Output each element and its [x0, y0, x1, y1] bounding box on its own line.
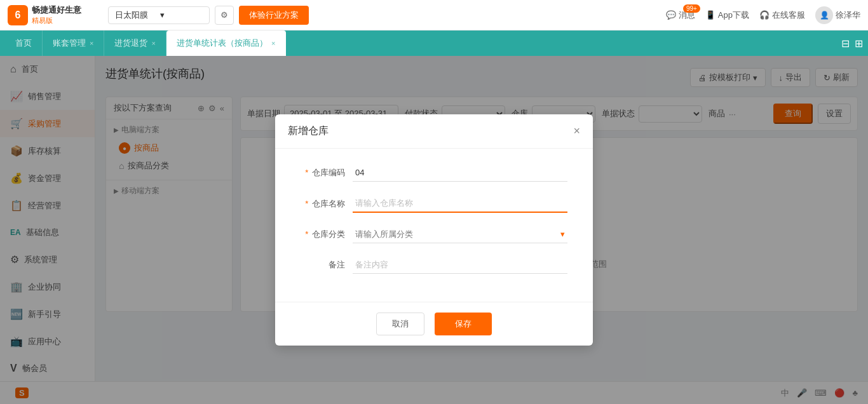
category-chevron-icon[interactable]: ▾: [560, 229, 565, 239]
user-avatar-icon: 👤: [820, 11, 829, 20]
name-label: * 仓库名称: [301, 198, 345, 210]
app-label: App下载: [718, 10, 749, 21]
required-star-name: *: [305, 199, 308, 208]
code-label: * 仓库编码: [301, 167, 345, 178]
cancel-button[interactable]: 取消: [376, 313, 424, 335]
required-star-code: *: [305, 168, 308, 177]
category-form-row: * 仓库分类 ▾: [301, 226, 567, 243]
user-name: 徐泽华: [836, 10, 860, 21]
modal-header: 新增仓库 ×: [275, 114, 593, 149]
top-right-area: 💬 消息 99+ 📱 App下载 🎧 在线客服 👤 徐泽华: [666, 6, 860, 24]
tab-home[interactable]: 首页: [5, 30, 43, 56]
experience-button[interactable]: 体验行业方案: [239, 6, 309, 25]
note-input[interactable]: [353, 256, 567, 274]
modal-body: * 仓库编码 * 仓库名称 * 仓库分类: [275, 149, 593, 302]
code-form-row: * 仓库编码: [301, 164, 567, 182]
add-warehouse-modal: 新增仓库 × * 仓库编码 * 仓库名称: [275, 114, 593, 346]
maximize-tab-icon[interactable]: ⊞: [855, 37, 863, 50]
save-button[interactable]: 保存: [435, 313, 492, 335]
message-badge: 99+: [683, 4, 700, 13]
modal-footer: 取消 保存: [275, 302, 593, 346]
avatar: 👤: [815, 6, 833, 24]
minimize-tab-icon[interactable]: ⊟: [841, 37, 850, 50]
app-icon: 📱: [705, 10, 715, 20]
gear-button[interactable]: ⚙: [215, 6, 234, 25]
required-star-category: *: [305, 229, 308, 239]
logo-text: 畅捷通好生意 精易版: [32, 4, 81, 25]
modal-close-button[interactable]: ×: [573, 125, 580, 138]
category-input[interactable]: [355, 229, 560, 239]
gear-icon: ⚙: [220, 10, 228, 20]
store-name: 日太阳膜: [115, 10, 158, 21]
modal-title: 新增仓库: [288, 125, 329, 138]
service-item[interactable]: 🎧 在线客服: [759, 10, 805, 21]
tab-accounts[interactable]: 账套管理 ×: [43, 30, 104, 56]
message-item[interactable]: 💬 消息 99+: [666, 10, 695, 21]
close-stats-icon[interactable]: ×: [271, 39, 275, 47]
tab-returns-label: 进货退货: [114, 37, 147, 49]
note-form-row: 备注: [301, 256, 567, 274]
message-icon: 💬: [666, 10, 676, 20]
code-input[interactable]: [353, 164, 567, 182]
note-label: 备注: [301, 259, 345, 271]
tab-stats[interactable]: 进货单统计表（按商品） ×: [166, 30, 286, 56]
app-download-item[interactable]: 📱 App下载: [705, 10, 749, 21]
store-chevron-icon: ▾: [160, 10, 203, 20]
tab-home-label: 首页: [15, 37, 32, 49]
logo-icon: 6: [8, 5, 28, 25]
category-select-wrapper: ▾: [353, 226, 567, 243]
main-layout: ⌂ 首页 📈 销售管理 🛒 采购管理 📦 库存核算 💰 资金管理 📋 经营管理 …: [0, 56, 868, 404]
top-bar: 6 畅捷通好生意 精易版 日太阳膜 ▾ ⚙ 体验行业方案 💬 消息 99+ 📱 …: [0, 0, 868, 30]
headset-icon: 🎧: [759, 10, 770, 20]
category-label: * 仓库分类: [301, 229, 345, 240]
tab-stats-label: 进货单统计表（按商品）: [177, 37, 268, 49]
name-form-row: * 仓库名称: [301, 194, 567, 213]
service-label: 在线客服: [772, 10, 805, 21]
close-returns-icon[interactable]: ×: [151, 39, 155, 47]
logo-area: 6 畅捷通好生意 精易版: [8, 4, 103, 25]
tab-accounts-label: 账套管理: [53, 37, 86, 49]
user-item[interactable]: 👤 徐泽华: [815, 6, 860, 24]
nav-tabs: 首页 账套管理 × 进货退货 × 进货单统计表（按商品） × ⊟ ⊞: [0, 30, 868, 56]
close-accounts-icon[interactable]: ×: [90, 39, 93, 47]
store-selector[interactable]: 日太阳膜 ▾: [108, 6, 210, 24]
name-input[interactable]: [353, 194, 567, 213]
tab-returns[interactable]: 进货退货 ×: [104, 30, 166, 56]
tab-actions: ⊟ ⊞: [841, 37, 863, 50]
